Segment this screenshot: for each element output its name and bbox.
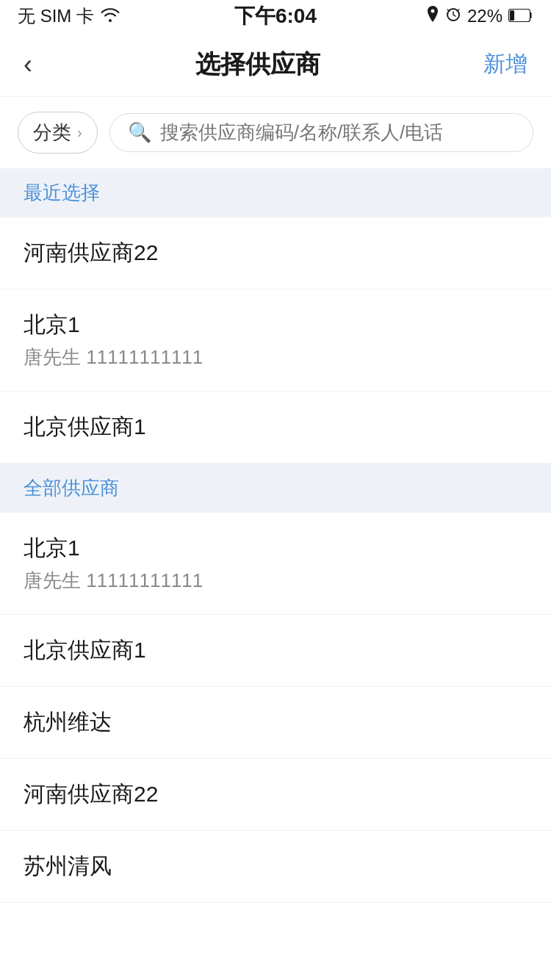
add-button[interactable]: 新增 bbox=[483, 49, 527, 79]
all-list-item[interactable]: 北京供应商1 bbox=[0, 615, 551, 687]
search-area: 分类 › 🔍 bbox=[0, 97, 551, 168]
category-button[interactable]: 分类 › bbox=[18, 112, 98, 154]
item-name: 北京供应商1 bbox=[24, 635, 527, 666]
recent-section-header: 最近选择 bbox=[0, 168, 551, 217]
status-left: 无 SIM 卡 bbox=[18, 4, 120, 28]
page-title: 选择供应商 bbox=[195, 48, 320, 82]
item-name: 河南供应商22 bbox=[24, 238, 527, 268]
all-section-label: 全部供应商 bbox=[24, 477, 119, 499]
item-name: 北京1 bbox=[24, 533, 527, 563]
item-name: 苏州清风 bbox=[24, 851, 527, 882]
item-name: 河南供应商22 bbox=[24, 779, 527, 810]
all-list-item[interactable]: 杭州维达 bbox=[0, 687, 551, 759]
recent-list-item[interactable]: 北京供应商1 bbox=[0, 392, 551, 464]
item-name: 北京1 bbox=[24, 310, 527, 340]
status-right: 22% bbox=[426, 6, 533, 26]
wifi-icon bbox=[100, 6, 120, 26]
location-icon bbox=[426, 6, 439, 26]
recent-list-item[interactable]: 北京1唐先生 11111111111 bbox=[0, 289, 551, 392]
svg-rect-2 bbox=[510, 10, 514, 21]
all-list-item[interactable]: 北京1唐先生 11111111111 bbox=[0, 513, 551, 615]
item-sub: 唐先生 11111111111 bbox=[24, 568, 527, 594]
all-list-item[interactable]: 苏州清风 bbox=[0, 831, 551, 903]
status-time: 下午6:04 bbox=[234, 2, 317, 30]
back-button[interactable]: ‹ bbox=[24, 49, 32, 80]
category-label: 分类 bbox=[33, 120, 71, 145]
search-box[interactable]: 🔍 bbox=[109, 113, 533, 152]
item-name: 杭州维达 bbox=[24, 707, 527, 738]
recent-items-list: 河南供应商22北京1唐先生 11111111111北京供应商1 bbox=[0, 217, 551, 464]
recent-list-item[interactable]: 河南供应商22 bbox=[0, 217, 551, 289]
nav-bar: ‹ 选择供应商 新增 bbox=[0, 32, 551, 97]
recent-section-label: 最近选择 bbox=[24, 181, 100, 203]
all-section-header: 全部供应商 bbox=[0, 464, 551, 513]
battery-text: 22% bbox=[467, 6, 503, 26]
no-sim-text: 无 SIM 卡 bbox=[18, 4, 94, 28]
alarm-icon bbox=[445, 6, 461, 26]
item-name: 北京供应商1 bbox=[24, 412, 527, 442]
item-sub: 唐先生 11111111111 bbox=[24, 345, 527, 370]
battery-icon bbox=[508, 6, 533, 26]
search-icon: 🔍 bbox=[128, 121, 151, 144]
search-input[interactable] bbox=[160, 121, 515, 144]
all-items-list: 北京1唐先生 11111111111北京供应商1杭州维达河南供应商22苏州清风 bbox=[0, 513, 551, 903]
chevron-right-icon: › bbox=[77, 124, 82, 141]
status-bar: 无 SIM 卡 下午6:04 22% bbox=[0, 0, 551, 32]
all-list-item[interactable]: 河南供应商22 bbox=[0, 759, 551, 831]
